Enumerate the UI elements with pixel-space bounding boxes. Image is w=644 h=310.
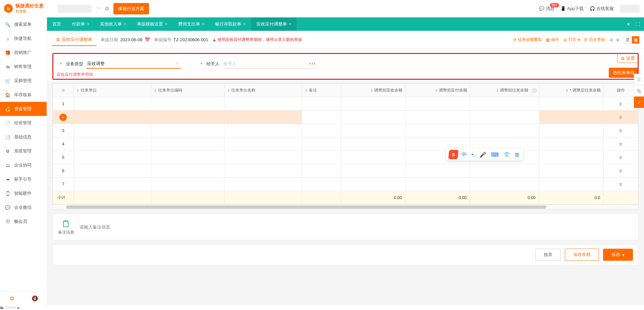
sidebar-item-7[interactable]: 📄经营管理 [0,116,47,130]
sidebar-item-13[interactable]: 💬企业微信 [0,200,47,214]
sort-icon[interactable]: ▲▼ [370,88,373,92]
cell[interactable] [302,151,341,164]
cell[interactable] [302,111,341,124]
tabs-fullscreen-icon[interactable]: ⛶ [634,20,641,28]
cell[interactable] [405,124,470,137]
online-service-link[interactable]: 🎧 在线客服 [590,6,614,12]
cell[interactable] [73,124,151,137]
row-delete[interactable]: 🗑 [604,178,638,191]
sort-icon[interactable]: ▲▼ [305,88,307,92]
handler-input[interactable]: 经手人 ••• [223,60,317,69]
cell[interactable] [73,97,151,111]
row-delete[interactable]: 🗑 [604,111,638,124]
cell[interactable] [302,178,341,191]
cell[interactable] [151,178,224,191]
add-row-icon[interactable]: + [59,114,67,121]
cell[interactable] [539,178,604,191]
scroll-left-icon[interactable]: ◀ [1,306,4,309]
sidebar-item-4[interactable]: 🛒采购管理 [0,74,47,88]
row-delete[interactable]: 🗑 [604,97,638,111]
cell[interactable] [470,164,539,178]
cell[interactable] [341,97,405,111]
calendar-icon[interactable]: 📅 [145,37,150,42]
ime-punct[interactable]: •, [470,151,476,158]
cell[interactable] [73,137,151,151]
cell[interactable] [151,111,224,124]
cell[interactable] [341,111,405,124]
cell[interactable] [225,124,302,137]
sidebar-sound-button[interactable]: 🔇 [23,292,47,305]
cell[interactable] [539,97,604,111]
cell[interactable] [302,137,341,151]
sidebar-item-0[interactable]: 🔍搜索菜单 [0,17,47,32]
messages-link[interactable]: 💬 消息 99+ [539,6,554,12]
cell[interactable] [341,151,405,164]
cell[interactable] [405,178,470,191]
sidebar-item-6[interactable]: 💰资金管理 [0,102,47,116]
ime-skin-icon[interactable]: 👕 [502,151,511,159]
gear-icon[interactable]: ⚙ [61,88,65,93]
app-download-link[interactable]: 📱 App下载 [560,6,584,12]
sort-icon[interactable]: ▲▼ [566,88,568,92]
tab-2[interactable]: 其他收入单× [95,17,132,31]
cell[interactable] [151,164,224,178]
tab-3[interactable]: 单据模板设置× [132,17,173,31]
table-row[interactable]: 3🗑 [53,124,638,137]
cell[interactable] [341,124,405,137]
operate-button[interactable]: ▦操作 [546,37,559,43]
sidebar-item-12[interactable]: ⌚智能硬件 [0,186,47,200]
cell[interactable] [73,178,151,191]
close-icon[interactable]: × [87,22,89,26]
prev-icon[interactable]: ◀ [609,37,612,42]
cell[interactable] [225,111,302,124]
table-row[interactable]: 7🗑 [53,178,638,191]
float-tool-1[interactable]: ☰ [634,74,644,85]
bottom-left-scrollbar[interactable]: ◀ ▶ [1,306,21,309]
row-delete[interactable]: 🗑 [604,151,638,164]
cell[interactable] [539,137,604,151]
cell[interactable] [341,178,405,191]
history-button[interactable]: ☰历史单据 [584,37,605,43]
cell[interactable] [302,124,341,137]
view-list-button[interactable]: ☰ [624,36,631,44]
help-icon[interactable]: ? [532,88,536,92]
sidebar-item-8[interactable]: 📑基础信息 [0,130,47,144]
cell[interactable] [225,164,302,178]
table-row[interactable]: 1🗑 [53,97,638,111]
remarks-input[interactable] [80,225,633,230]
ime-lang[interactable]: 中 [460,150,468,159]
horizontal-scrollbar[interactable] [52,205,639,209]
ime-toolbox-icon[interactable]: ⊞ [513,151,521,159]
cell[interactable] [73,151,151,164]
table-row[interactable]: 5🗑 [53,151,638,164]
cell[interactable] [73,111,151,124]
cell[interactable] [539,164,604,178]
row-delete[interactable]: 🗑 [604,124,638,137]
table-row[interactable]: 4🗑 [53,137,638,151]
close-icon[interactable]: × [289,22,291,26]
cell[interactable] [73,164,151,178]
row-delete[interactable]: 🗑 [604,164,638,178]
cell[interactable] [341,137,405,151]
tab-0[interactable]: 首页 [47,17,66,31]
save-button[interactable]: 保存▾ [603,249,633,261]
tabs-close-all-icon[interactable]: ✕ [625,20,632,28]
save-draft-button[interactable]: 保存草稿 [565,249,599,261]
tab-4[interactable]: 费用支出单× [173,17,210,31]
cell[interactable] [225,137,302,151]
table-row[interactable]: 6🗑 [53,164,638,178]
table-row[interactable]: +🗑 [53,111,638,124]
cell[interactable] [225,178,302,191]
cell[interactable] [470,178,539,191]
more-icon[interactable]: ••• [309,61,316,66]
experience-button[interactable]: 体验行业方案 [113,3,149,14]
tab-5[interactable]: 银行存取款单× [210,17,251,31]
next-icon[interactable]: ▶ [616,37,620,42]
float-tool-attachment[interactable]: 📎 [634,85,644,97]
row-delete[interactable]: 🗑 [604,137,638,151]
scroll-right-icon[interactable]: ▶ [17,306,21,309]
sidebar-item-11[interactable]: ➡新手引导 [0,172,47,186]
cell[interactable] [470,124,539,137]
tab-6[interactable]: 应收应付调整单× [251,17,297,31]
cell[interactable] [151,137,224,151]
